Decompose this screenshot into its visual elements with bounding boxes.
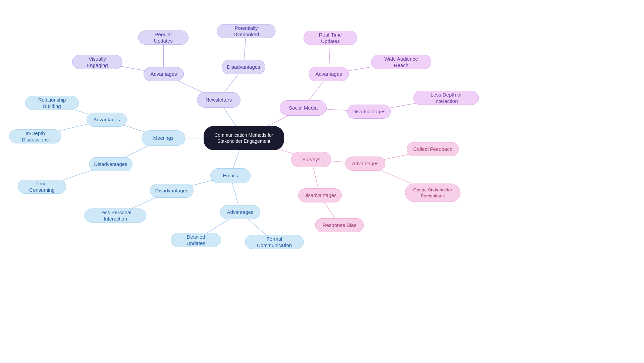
collect-feedback-node: Collect Feedback xyxy=(407,142,459,156)
time-consuming-node: Time-Consuming xyxy=(18,180,66,194)
surveys-advantages-node: Advantages xyxy=(345,157,385,171)
relationship-building-node: Relationship Building xyxy=(25,96,79,110)
nl-advantages-node: Advantages xyxy=(144,67,184,81)
visually-engaging-node: Visually Engaging xyxy=(72,55,122,69)
realtime-updates-node: Real-Time Updates xyxy=(304,31,357,45)
meetings-disadvantages-node: Disadvantages xyxy=(89,157,132,171)
in-depth-discussions-node: In-Depth Discussions xyxy=(9,129,61,143)
response-bias-node: Response Bias xyxy=(315,218,364,232)
detailed-updates-node: Detailed Updates xyxy=(171,233,221,247)
surveys-disadvantages-node: Disadvantages xyxy=(298,188,342,202)
less-personal-node: Less Personal Interaction xyxy=(85,208,147,223)
meetings-advantages-node: Advantages xyxy=(87,113,127,127)
wide-audience-node: Wide Audience Reach xyxy=(371,55,431,69)
formal-communication-node: Formal Communication xyxy=(245,235,304,249)
gauge-perceptions-node: Gauge StakeholderPerceptions xyxy=(405,184,461,202)
center-node: Communication Methods forStakeholder Eng… xyxy=(204,126,284,150)
surveys-node: Surveys xyxy=(291,152,331,167)
regular-updates-node: Regular Updates xyxy=(138,31,189,45)
emails-node: Emails xyxy=(210,168,251,183)
sm-advantages-node: Advantages xyxy=(309,67,349,81)
emails-disadvantages-node: Disadvantages xyxy=(150,184,194,198)
potentially-overlooked-node: Potentially Overlooked xyxy=(217,24,276,38)
sm-disadvantages-node: Disadvantages xyxy=(347,105,391,119)
nl-disadvantages-node: Disadvantages xyxy=(222,60,265,74)
meetings-node: Meetings xyxy=(142,130,185,146)
social-media-node: Social Media xyxy=(280,100,327,116)
less-depth-node: Less Depth of Interaction xyxy=(414,91,479,105)
newsletters-node: Newsletters xyxy=(197,92,240,108)
emails-advantages-node: Advantages xyxy=(220,205,260,219)
